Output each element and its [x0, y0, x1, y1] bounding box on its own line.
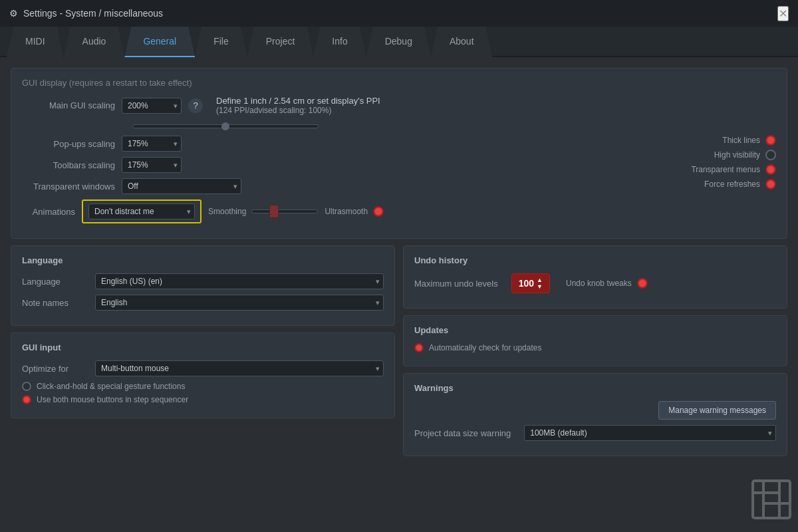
help-button[interactable]: ?	[188, 98, 203, 113]
force-refreshes-label: Force refreshes	[704, 180, 760, 189]
ultrasmooth-label: Ultrasmooth	[325, 207, 368, 216]
note-names-row: Note names English German	[22, 295, 384, 311]
toolbars-select[interactable]: 175% 150% 100%	[122, 157, 182, 173]
undo-level-box[interactable]: 100 ▲ ▼	[511, 273, 550, 293]
optimize-label: Optimize for	[22, 364, 88, 374]
gesture-radio[interactable]	[22, 382, 31, 391]
tab-debug[interactable]: Debug	[366, 27, 431, 57]
watermark	[751, 479, 791, 525]
tab-midi[interactable]: MIDI	[7, 27, 64, 57]
popups-label: Pop-ups scaling	[22, 139, 115, 149]
note-names-select[interactable]: English German	[95, 295, 384, 311]
undo-label: Maximum undo levels	[414, 279, 498, 289]
ppi-main-text: Define 1 inch / 2.54 cm or set display's…	[216, 96, 380, 106]
project-size-label: Project data size warning	[414, 428, 511, 438]
auto-check-radio[interactable]	[414, 343, 424, 352]
transparent-windows-select-wrapper[interactable]: Off Low High	[122, 178, 241, 194]
gesture-option-row: Click-and-hold & special gesture functio…	[22, 382, 384, 391]
optimize-select-wrapper[interactable]: Multi-button mouse Single-button mouse	[95, 360, 384, 376]
ppi-info: Define 1 inch / 2.54 cm or set display's…	[216, 96, 380, 115]
ppi-slider-row	[22, 120, 616, 130]
warnings-section: Warnings Manage warning messages Project…	[403, 373, 787, 456]
window-title: Settings - System / miscellaneous	[23, 8, 163, 19]
project-size-select[interactable]: 100MB (default) 50MB 200MB	[524, 425, 776, 441]
high-visibility-radio[interactable]	[765, 150, 776, 160]
toolbars-scaling-row: Toolbars scaling 175% 150% 100%	[22, 157, 616, 173]
high-visibility-label: High visibility	[714, 150, 760, 160]
animations-select[interactable]: Don't distract me All animations No anim…	[88, 203, 195, 219]
undo-arrows[interactable]: ▲ ▼	[537, 277, 543, 290]
thick-lines-radio[interactable]	[765, 135, 776, 146]
gesture-label: Click-and-hold & special gesture functio…	[37, 382, 185, 391]
language-row: Language English (US) (en) English (UK) …	[22, 273, 384, 289]
note-names-label: Note names	[22, 298, 88, 308]
undo-history-title: Undo history	[414, 255, 776, 265]
undo-row: Maximum undo levels 100 ▲ ▼ Undo knob tw…	[414, 273, 776, 293]
project-size-select-wrapper[interactable]: 100MB (default) 50MB 200MB	[524, 425, 776, 441]
tab-audio[interactable]: Audio	[64, 27, 125, 57]
language-select[interactable]: English (US) (en) English (UK) (en)	[95, 273, 384, 289]
smoothing-container: Smoothing	[208, 207, 318, 216]
left-column: Language Language English (US) (en) Engl…	[11, 245, 395, 456]
animations-smoothing-row: Animations Don't distract me All animati…	[22, 200, 616, 223]
updates-title: Updates	[414, 325, 776, 335]
ultrasmooth-radio[interactable]	[373, 206, 384, 217]
popups-select[interactable]: 175% 150% 100%	[122, 136, 182, 152]
close-button[interactable]: ✕	[777, 6, 789, 21]
smoothing-slider[interactable]	[251, 209, 318, 213]
popups-scaling-row: Pop-ups scaling 175% 150% 100%	[22, 136, 616, 152]
undo-history-section: Undo history Maximum undo levels 100 ▲ ▼…	[403, 245, 787, 309]
gear-icon: ⚙	[9, 8, 18, 19]
animations-label: Animations	[22, 207, 75, 217]
tab-general[interactable]: General	[124, 27, 195, 57]
thick-lines-toggle: Thick lines	[630, 135, 776, 146]
main-scaling-select[interactable]: 200% 150% 100%	[122, 98, 182, 114]
animations-select-wrapper[interactable]: Don't distract me All animations No anim…	[88, 203, 195, 219]
step-sequencer-option-row: Use both mouse buttons in step sequencer	[22, 395, 384, 404]
ppi-slider[interactable]	[132, 124, 319, 128]
svg-rect-0	[753, 481, 779, 518]
transparent-menus-label: Transparent menus	[691, 165, 760, 174]
right-column: Undo history Maximum undo levels 100 ▲ ▼…	[403, 245, 787, 456]
tab-project[interactable]: Project	[247, 27, 314, 57]
gui-display-main: Main GUI scaling 200% 150% 100% ? Define…	[22, 96, 776, 229]
undo-knob-label: Undo knob tweaks	[566, 279, 632, 288]
transparent-windows-row: Transparent windows Off Low High	[22, 178, 616, 194]
note-names-select-wrapper[interactable]: English German	[95, 295, 384, 311]
undo-knob-toggle: Undo knob tweaks	[566, 278, 648, 289]
transparent-windows-select[interactable]: Off Low High	[122, 178, 241, 194]
main-content: GUI display (requires a restart to take …	[0, 57, 798, 528]
undo-knob-radio[interactable]	[637, 278, 648, 289]
gui-left: Main GUI scaling 200% 150% 100% ? Define…	[22, 96, 616, 229]
force-refreshes-radio[interactable]	[765, 179, 776, 190]
manage-warnings-row: Manage warning messages	[414, 401, 776, 420]
language-section: Language Language English (US) (en) Engl…	[11, 245, 395, 326]
gui-right-toggles: Thick lines High visibility Transparent …	[630, 96, 776, 229]
ppi-slider-container[interactable]	[132, 120, 319, 130]
tab-about[interactable]: About	[431, 27, 493, 57]
auto-check-row: Automatically check for updates	[414, 343, 776, 352]
step-sequencer-radio[interactable]	[22, 395, 31, 404]
updates-section: Updates Automatically check for updates	[403, 315, 787, 366]
tab-bar: MIDI Audio General File Project Info Deb…	[0, 27, 798, 57]
transparent-menus-radio[interactable]	[765, 164, 776, 175]
toolbars-select-wrapper[interactable]: 175% 150% 100%	[122, 157, 182, 173]
main-scaling-select-wrapper[interactable]: 200% 150% 100%	[122, 98, 182, 114]
manage-warnings-button[interactable]: Manage warning messages	[658, 401, 776, 420]
undo-value: 100	[519, 278, 534, 289]
warnings-title: Warnings	[414, 383, 776, 393]
optimize-select[interactable]: Multi-button mouse Single-button mouse	[95, 360, 384, 376]
tab-file[interactable]: File	[195, 27, 247, 57]
project-size-row: Project data size warning 100MB (default…	[414, 425, 776, 441]
popups-select-wrapper[interactable]: 175% 150% 100%	[122, 136, 182, 152]
smoothing-label: Smoothing	[208, 207, 246, 216]
language-select-wrapper[interactable]: English (US) (en) English (UK) (en)	[95, 273, 384, 289]
toolbars-label: Toolbars scaling	[22, 160, 115, 170]
tab-info[interactable]: Info	[313, 27, 366, 57]
thick-lines-label: Thick lines	[722, 136, 760, 145]
step-sequencer-label: Use both mouse buttons in step sequencer	[37, 395, 188, 404]
transparent-menus-toggle: Transparent menus	[630, 164, 776, 175]
animations-highlighted-box: Don't distract me All animations No anim…	[82, 200, 201, 223]
gui-display-title: GUI display (requires a restart to take …	[22, 78, 776, 88]
language-label: Language	[22, 277, 88, 287]
